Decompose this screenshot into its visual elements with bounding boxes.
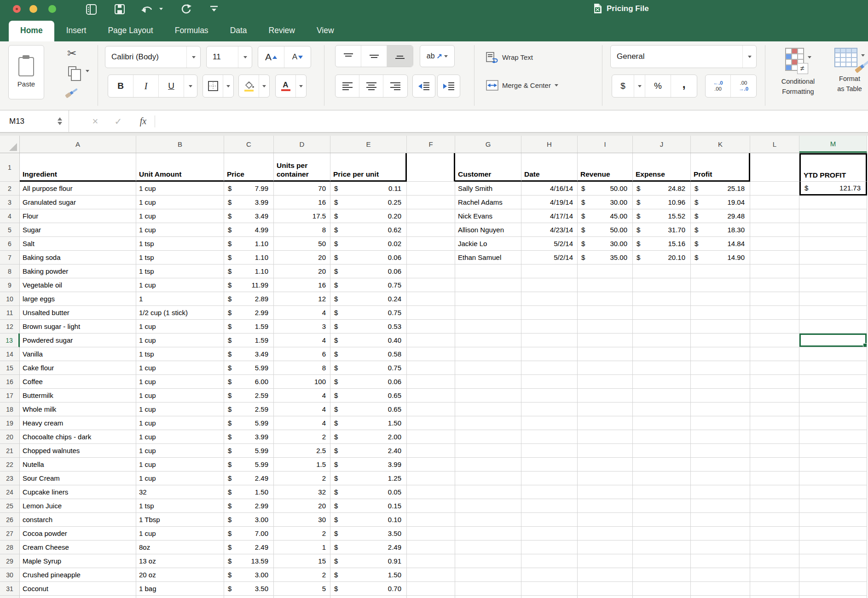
cell-E26[interactable]: $0.10 bbox=[330, 513, 407, 527]
cell-C19[interactable]: $5.99 bbox=[224, 416, 274, 430]
cell-K28[interactable] bbox=[691, 540, 750, 554]
cell-B11[interactable]: 1/2 cup (1 stick) bbox=[136, 306, 224, 320]
cell-I10[interactable] bbox=[578, 292, 633, 306]
tab-review[interactable]: Review bbox=[269, 21, 295, 41]
cell-E9[interactable]: $0.75 bbox=[330, 278, 407, 292]
cell-I9[interactable] bbox=[578, 278, 633, 292]
cell-I1[interactable]: Revenue bbox=[578, 153, 633, 182]
cell-I18[interactable] bbox=[578, 402, 633, 416]
zoom-button[interactable] bbox=[48, 5, 56, 13]
cell-I21[interactable] bbox=[578, 444, 633, 458]
cell-A29[interactable]: Maple Syrup bbox=[20, 554, 136, 568]
cell-K2[interactable]: $25.18 bbox=[691, 182, 750, 196]
cell-C10[interactable]: $2.89 bbox=[224, 292, 274, 306]
row-header-17[interactable]: 17 bbox=[0, 389, 20, 402]
cell-G3[interactable]: Rachel Adams bbox=[455, 196, 521, 209]
cell-E2[interactable]: $0.11 bbox=[330, 182, 407, 196]
cell-E28[interactable]: $2.49 bbox=[330, 540, 407, 554]
cell-K7[interactable]: $14.90 bbox=[691, 251, 750, 264]
cell-J27[interactable] bbox=[633, 527, 691, 540]
row-header-1[interactable]: 1 bbox=[0, 153, 20, 182]
cell-F6[interactable] bbox=[407, 237, 455, 251]
toolbar-pages-icon[interactable] bbox=[86, 4, 97, 15]
cell-L2[interactable] bbox=[750, 182, 799, 196]
cell-M21[interactable] bbox=[799, 444, 867, 458]
cell-K13[interactable] bbox=[691, 334, 750, 347]
cell-F12[interactable] bbox=[407, 320, 455, 334]
cell-E18[interactable]: $0.65 bbox=[330, 402, 407, 416]
cell-K5[interactable]: $18.30 bbox=[691, 223, 750, 237]
cell-J29[interactable] bbox=[633, 554, 691, 568]
cell-B27[interactable]: 1 cup bbox=[136, 527, 224, 540]
conditional-formatting-button[interactable]: ≠ Conditional Formatting bbox=[770, 48, 827, 97]
cell-L11[interactable] bbox=[750, 306, 799, 320]
cell-K23[interactable] bbox=[691, 472, 750, 485]
align-middle-button[interactable] bbox=[361, 46, 387, 67]
column-header-D[interactable]: D bbox=[274, 136, 330, 153]
cell-H30[interactable] bbox=[521, 568, 578, 582]
cell-H29[interactable] bbox=[521, 554, 578, 568]
cell-A1[interactable]: Ingredient bbox=[20, 153, 136, 182]
close-button[interactable] bbox=[13, 5, 21, 13]
font-color-caret[interactable] bbox=[296, 75, 306, 97]
cell-I14[interactable] bbox=[578, 347, 633, 361]
row-header-31[interactable]: 31 bbox=[0, 582, 20, 596]
cell-J6[interactable]: $15.16 bbox=[633, 237, 691, 251]
cell-L30[interactable] bbox=[750, 568, 799, 582]
cell-E22[interactable]: $3.99 bbox=[330, 458, 407, 472]
cell-F4[interactable] bbox=[407, 209, 455, 223]
cell-C2[interactable]: $7.99 bbox=[224, 182, 274, 196]
cell-C12[interactable]: $1.59 bbox=[224, 320, 274, 334]
cell-A26[interactable]: constarch bbox=[20, 513, 136, 527]
cell-M19[interactable] bbox=[799, 416, 867, 430]
fill-color-button[interactable] bbox=[239, 75, 259, 97]
cell-L26[interactable] bbox=[750, 513, 799, 527]
cell-J28[interactable] bbox=[633, 540, 691, 554]
cell-F8[interactable] bbox=[407, 264, 455, 278]
cell-E16[interactable]: $0.06 bbox=[330, 375, 407, 389]
underline-caret[interactable] bbox=[184, 75, 197, 97]
cell-D17[interactable]: 4 bbox=[274, 389, 330, 402]
cell-L18[interactable] bbox=[750, 402, 799, 416]
cell-F10[interactable] bbox=[407, 292, 455, 306]
cell-J10[interactable] bbox=[633, 292, 691, 306]
cell-H10[interactable] bbox=[521, 292, 578, 306]
cell-A30[interactable]: Crushed pineapple bbox=[20, 568, 136, 582]
italic-button[interactable]: I bbox=[133, 75, 159, 97]
cell-H9[interactable] bbox=[521, 278, 578, 292]
cell-A20[interactable]: Chocoalte chips - dark bbox=[20, 430, 136, 444]
cell-E20[interactable]: $2.00 bbox=[330, 430, 407, 444]
row-header-23[interactable]: 23 bbox=[0, 472, 20, 485]
cell-M32[interactable] bbox=[799, 596, 867, 598]
column-header-A[interactable]: A bbox=[20, 136, 136, 153]
cell-J13[interactable] bbox=[633, 334, 691, 347]
undo-icon[interactable] bbox=[141, 4, 154, 14]
row-header-25[interactable]: 25 bbox=[0, 499, 20, 513]
cell-F14[interactable] bbox=[407, 347, 455, 361]
cell-H16[interactable] bbox=[521, 375, 578, 389]
cell-B29[interactable]: 13 oz bbox=[136, 554, 224, 568]
cell-H31[interactable] bbox=[521, 582, 578, 596]
cell-E13[interactable]: $0.40 bbox=[330, 334, 407, 347]
column-header-E[interactable]: E bbox=[330, 136, 407, 153]
format-painter-icon[interactable] bbox=[64, 86, 79, 99]
row-header-18[interactable]: 18 bbox=[0, 402, 20, 416]
cell-E6[interactable]: $0.02 bbox=[330, 237, 407, 251]
cell-L25[interactable] bbox=[750, 499, 799, 513]
copy-icon[interactable] bbox=[68, 66, 76, 76]
tab-formulas[interactable]: Formulas bbox=[175, 21, 208, 41]
cell-I26[interactable] bbox=[578, 513, 633, 527]
cell-L29[interactable] bbox=[750, 554, 799, 568]
cell-B18[interactable]: 1 cup bbox=[136, 402, 224, 416]
cell-J19[interactable] bbox=[633, 416, 691, 430]
cell-G10[interactable] bbox=[455, 292, 521, 306]
cell-D5[interactable]: 8 bbox=[274, 223, 330, 237]
cell-I15[interactable] bbox=[578, 361, 633, 375]
row-header-12[interactable]: 12 bbox=[0, 320, 20, 334]
cell-K14[interactable] bbox=[691, 347, 750, 361]
cell-E27[interactable]: $3.50 bbox=[330, 527, 407, 540]
cell-B2[interactable]: 1 cup bbox=[136, 182, 224, 196]
cell-L8[interactable] bbox=[750, 264, 799, 278]
cell-J9[interactable] bbox=[633, 278, 691, 292]
cell-I30[interactable] bbox=[578, 568, 633, 582]
